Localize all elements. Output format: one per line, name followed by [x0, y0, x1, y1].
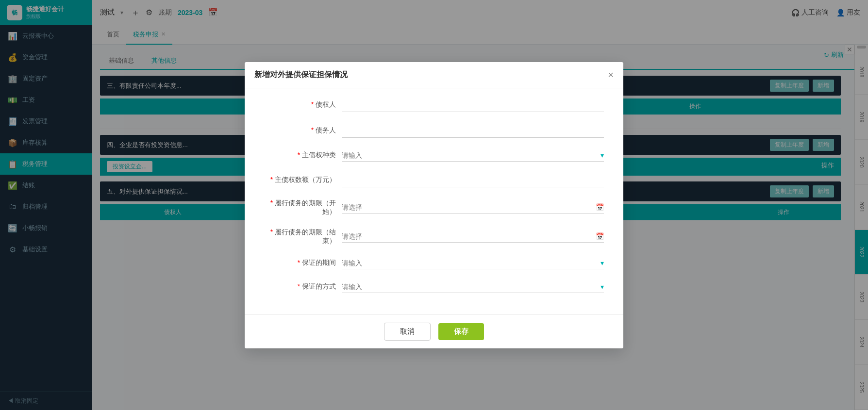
save-button[interactable]: 保存: [438, 323, 484, 340]
modal: 新增对外提供保证担保情况 × * 债权人 * 债务人: [245, 62, 623, 348]
claim-amount-input[interactable]: [342, 173, 604, 187]
guarantee-method-dropdown-icon[interactable]: ▾: [601, 283, 604, 291]
form-field-period-end: * 履行债务的期限（结束） 📅: [264, 228, 604, 246]
form-field-claim-amount: * 主债权数额（万元）: [264, 173, 604, 187]
guarantee-period-label: * 保证的期间: [264, 259, 342, 267]
modal-header: 新增对外提供保证担保情况 ×: [245, 62, 623, 88]
creditor-input[interactable]: [342, 98, 604, 112]
form-field-guarantee-period: * 保证的期间 ▾: [264, 257, 604, 269]
form-field-period-start: * 履行债务的期限（开始） 📅: [264, 199, 604, 216]
form-field-creditor: * 债权人: [264, 98, 604, 112]
modal-close-btn[interactable]: ×: [608, 70, 614, 80]
period-end-input[interactable]: [342, 232, 596, 240]
modal-overlay: 新增对外提供保证担保情况 × * 债权人 * 债务人: [0, 0, 868, 410]
claim-type-dropdown-icon[interactable]: ▾: [601, 151, 604, 159]
guarantee-method-label: * 保证的方式: [264, 282, 342, 291]
guarantee-period-input[interactable]: [342, 259, 601, 267]
debtor-label: * 债务人: [264, 126, 342, 135]
form-field-claim-type: * 主债权种类 ▾: [264, 149, 604, 162]
period-start-label: * 履行债务的期限（开始）: [264, 199, 342, 216]
period-end-label: * 履行债务的期限（结束）: [264, 228, 342, 246]
creditor-label: * 债权人: [264, 100, 342, 109]
form-field-guarantee-method: * 保证的方式 ▾: [264, 281, 604, 293]
debtor-input[interactable]: [342, 124, 604, 138]
cancel-button[interactable]: 取消: [384, 323, 431, 341]
period-end-calendar-icon[interactable]: 📅: [596, 232, 604, 240]
claim-type-input[interactable]: [342, 151, 601, 159]
guarantee-method-input[interactable]: [342, 283, 601, 291]
form-field-debtor: * 债务人: [264, 124, 604, 138]
claim-type-label: * 主债权种类: [264, 151, 342, 160]
claim-amount-label: * 主债权数额（万元）: [264, 176, 342, 184]
period-start-calendar-icon[interactable]: 📅: [596, 203, 604, 211]
guarantee-period-dropdown-icon[interactable]: ▾: [601, 259, 604, 267]
modal-body: * 债权人 * 债务人 *: [245, 88, 623, 314]
period-start-input[interactable]: [342, 203, 596, 211]
modal-title: 新增对外提供保证担保情况: [254, 70, 348, 80]
modal-footer: 取消 保存: [245, 314, 623, 348]
